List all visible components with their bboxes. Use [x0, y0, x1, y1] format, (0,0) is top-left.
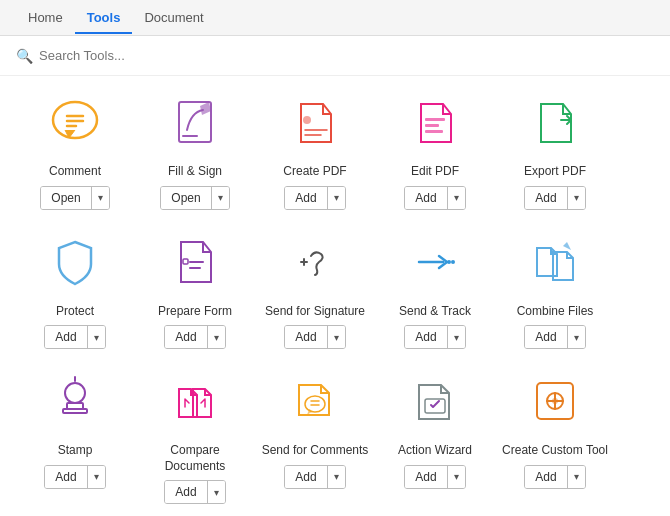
create-pdf-add-button[interactable]: Add: [285, 187, 326, 209]
send-comments-btn-group: Add ▾: [284, 465, 345, 489]
protect-icon: [39, 226, 111, 298]
send-signature-add-button[interactable]: Add: [285, 326, 326, 348]
search-input[interactable]: [39, 48, 239, 63]
combine-files-dropdown-arrow[interactable]: ▾: [567, 326, 585, 348]
comment-dropdown-arrow[interactable]: ▾: [91, 187, 109, 209]
send-track-btn-group: Add ▾: [404, 325, 465, 349]
tool-send-comments: Send for Comments Add ▾: [260, 365, 370, 504]
tool-fill-sign: Fill & Sign Open ▾: [140, 86, 250, 210]
edit-pdf-dropdown-arrow[interactable]: ▾: [447, 187, 465, 209]
fill-sign-open-button[interactable]: Open: [161, 187, 210, 209]
comment-icon: [39, 86, 111, 158]
tool-action-wizard: Action Wizard Add ▾: [380, 365, 490, 504]
tool-export-pdf: Export PDF Add ▾: [500, 86, 610, 210]
send-track-dropdown-arrow[interactable]: ▾: [447, 326, 465, 348]
svg-point-18: [447, 260, 451, 264]
comment-label: Comment: [49, 164, 101, 180]
send-comments-label: Send for Comments: [262, 443, 369, 459]
svg-point-6: [303, 116, 311, 124]
export-pdf-add-button[interactable]: Add: [525, 187, 566, 209]
protect-btn-group: Add ▾: [44, 325, 105, 349]
tool-send-track: Send & Track Add ▾: [380, 226, 490, 350]
stamp-btn-group: Add ▾: [44, 465, 105, 489]
action-wizard-icon: [399, 365, 471, 437]
edit-pdf-btn-group: Add ▾: [404, 186, 465, 210]
tool-combine-files: Combine Files Add ▾: [500, 226, 610, 350]
edit-pdf-icon: [399, 86, 471, 158]
send-track-label: Send & Track: [399, 304, 471, 320]
send-signature-dropdown-arrow[interactable]: ▾: [327, 326, 345, 348]
comment-btn-group: Open ▾: [40, 186, 109, 210]
tool-comment: Comment Open ▾: [20, 86, 130, 210]
tools-row-1: Comment Open ▾ Fill & Sign Open ▾: [20, 86, 650, 210]
prepare-form-icon: [159, 226, 231, 298]
tool-protect: Protect Add ▾: [20, 226, 130, 350]
svg-rect-14: [183, 259, 188, 264]
tools-row-3: Stamp Add ▾ Compare Documents Add: [20, 365, 650, 504]
comment-open-button[interactable]: Open: [41, 187, 90, 209]
tool-edit-pdf: Edit PDF Add ▾: [380, 86, 490, 210]
svg-rect-9: [425, 118, 445, 121]
action-wizard-add-button[interactable]: Add: [405, 466, 446, 488]
create-custom-dropdown-arrow[interactable]: ▾: [567, 466, 585, 488]
send-signature-btn-group: Add ▾: [284, 325, 345, 349]
create-custom-label: Create Custom Tool: [502, 443, 608, 459]
create-custom-icon: [519, 365, 591, 437]
create-pdf-dropdown-arrow[interactable]: ▾: [327, 187, 345, 209]
prepare-form-label: Prepare Form: [158, 304, 232, 320]
create-pdf-btn-group: Add ▾: [284, 186, 345, 210]
action-wizard-label: Action Wizard: [398, 443, 472, 459]
tools-container: Comment Open ▾ Fill & Sign Open ▾: [0, 76, 670, 516]
combine-files-icon: [519, 226, 591, 298]
top-navigation: Home Tools Document: [0, 0, 670, 36]
protect-dropdown-arrow[interactable]: ▾: [87, 326, 105, 348]
export-pdf-icon: [519, 86, 591, 158]
compare-docs-label: Compare Documents: [140, 443, 250, 474]
prepare-form-add-button[interactable]: Add: [165, 326, 206, 348]
send-signature-label: Send for Signature: [265, 304, 365, 320]
create-pdf-label: Create PDF: [283, 164, 346, 180]
svg-point-19: [451, 260, 455, 264]
action-wizard-dropdown-arrow[interactable]: ▾: [447, 466, 465, 488]
export-pdf-btn-group: Add ▾: [524, 186, 585, 210]
send-comments-add-button[interactable]: Add: [285, 466, 326, 488]
combine-files-btn-group: Add ▾: [524, 325, 585, 349]
edit-pdf-label: Edit PDF: [411, 164, 459, 180]
prepare-form-btn-group: Add ▾: [164, 325, 225, 349]
nav-tools[interactable]: Tools: [75, 2, 133, 33]
svg-point-20: [65, 383, 85, 403]
search-bar: 🔍: [0, 36, 670, 76]
nav-home[interactable]: Home: [16, 2, 75, 33]
protect-add-button[interactable]: Add: [45, 326, 86, 348]
compare-docs-add-button[interactable]: Add: [165, 481, 206, 503]
export-pdf-label: Export PDF: [524, 164, 586, 180]
tool-create-pdf: Create PDF Add ▾: [260, 86, 370, 210]
tools-row-2: Protect Add ▾ Prepare Form Add ▾: [20, 226, 650, 350]
tool-compare-docs: Compare Documents Add ▾: [140, 365, 250, 504]
svg-rect-10: [425, 124, 439, 127]
svg-point-24: [305, 396, 325, 412]
protect-label: Protect: [56, 304, 94, 320]
send-signature-icon: [279, 226, 351, 298]
export-pdf-dropdown-arrow[interactable]: ▾: [567, 187, 585, 209]
stamp-add-button[interactable]: Add: [45, 466, 86, 488]
fill-sign-label: Fill & Sign: [168, 164, 222, 180]
fill-sign-dropdown-arrow[interactable]: ▾: [211, 187, 229, 209]
edit-pdf-add-button[interactable]: Add: [405, 187, 446, 209]
nav-document[interactable]: Document: [132, 2, 215, 33]
compare-docs-dropdown-arrow[interactable]: ▾: [207, 481, 225, 503]
combine-files-add-button[interactable]: Add: [525, 326, 566, 348]
tool-create-custom: Create Custom Tool Add ▾: [500, 365, 610, 504]
prepare-form-dropdown-arrow[interactable]: ▾: [207, 326, 225, 348]
create-pdf-icon: [279, 86, 351, 158]
send-track-icon: [399, 226, 471, 298]
stamp-label: Stamp: [58, 443, 93, 459]
search-icon: 🔍: [16, 48, 33, 64]
tool-prepare-form: Prepare Form Add ▾: [140, 226, 250, 350]
svg-rect-11: [425, 130, 443, 133]
send-comments-dropdown-arrow[interactable]: ▾: [327, 466, 345, 488]
create-custom-add-button[interactable]: Add: [525, 466, 566, 488]
stamp-dropdown-arrow[interactable]: ▾: [87, 466, 105, 488]
send-track-add-button[interactable]: Add: [405, 326, 446, 348]
fill-sign-btn-group: Open ▾: [160, 186, 229, 210]
